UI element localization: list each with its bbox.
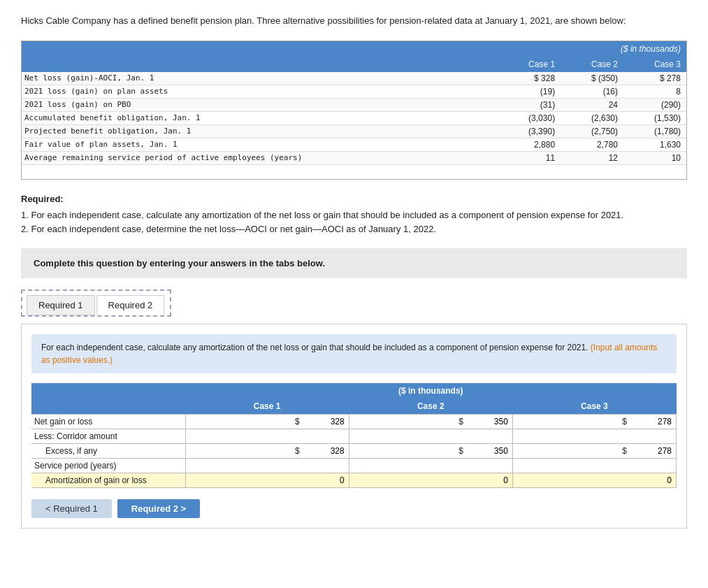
answer-row-label: Amortization of gain or loss [31, 473, 185, 488]
row-c1: (19) [498, 85, 561, 98]
required-text: 1. For each independent case, calculate … [21, 208, 687, 238]
input-c2-excess-if-any[interactable] [466, 446, 508, 456]
dollar-c2: $ [458, 446, 463, 456]
col-header-case2: Case 2 [561, 57, 623, 72]
row-c2: (16) [561, 85, 623, 98]
answer-row-c2[interactable] [349, 459, 512, 473]
next-button[interactable]: Required 2 > [117, 499, 200, 518]
answer-row-c2[interactable] [349, 473, 512, 488]
row-c1: 2,880 [498, 138, 561, 151]
input-c2-less-corridor[interactable] [466, 431, 508, 441]
answer-row-c3[interactable]: $ [512, 444, 676, 459]
table-row: Accumulated benefit obligation, Jan. 1 (… [22, 111, 686, 124]
table-row: Average remaining service period of acti… [22, 151, 686, 164]
answer-table-row: Excess, if any $ $ $ [31, 444, 677, 459]
intro-text: Hicks Cable Company has a defined benefi… [21, 14, 664, 28]
answer-table-row: Amortization of gain or loss [31, 473, 677, 488]
input-c3-service-period[interactable] [630, 461, 672, 471]
row-c3: (290) [623, 98, 686, 111]
row-c1: (31) [498, 98, 561, 111]
input-c1-amortization[interactable] [303, 475, 345, 485]
dollar-c1: $ [295, 417, 300, 426]
row-c3: (1,530) [623, 111, 686, 124]
dollar-c1: $ [295, 446, 300, 456]
input-c1-net-gain-loss[interactable] [303, 417, 345, 426]
answer-row-c3[interactable] [512, 459, 676, 473]
answer-col-case3: Case 3 [512, 399, 676, 415]
complete-box: Complete this question by entering your … [21, 248, 687, 278]
row-label: Average remaining service period of acti… [22, 151, 498, 164]
dollar-c3: $ [622, 446, 627, 456]
row-c2: (2,750) [561, 124, 623, 138]
row-label: Fair value of plan assets, Jan. 1 [22, 138, 498, 151]
required-section: Required: 1. For each independent case, … [21, 194, 687, 238]
answer-row-c1[interactable]: $ [185, 444, 349, 459]
table-row: Fair value of plan assets, Jan. 1 2,880 … [22, 138, 686, 151]
data-table-wrapper: ($ in thousands) Case 1 Case 2 Case 3 Ne… [21, 41, 687, 180]
thousands-header: ($ in thousands) [498, 41, 686, 57]
data-table: ($ in thousands) Case 1 Case 2 Case 3 Ne… [22, 41, 686, 165]
answer-thousands-header: ($ in thousands) [185, 383, 677, 399]
answer-table-row: Service period (years) [31, 459, 677, 473]
input-c2-service-period[interactable] [466, 461, 508, 471]
required-item-1: 1. For each independent case, calculate … [21, 208, 687, 223]
table-row: Projected benefit obligation, Jan. 1 (3,… [22, 124, 686, 138]
answer-row-c1[interactable]: $ [185, 415, 349, 429]
panel-description: For each independent case, calculate any… [31, 334, 677, 373]
input-c1-less-corridor[interactable] [303, 431, 345, 441]
input-c3-net-gain-loss[interactable] [630, 417, 672, 426]
answer-table: ($ in thousands) Case 1 Case 2 Case 3 Ne… [31, 383, 677, 488]
col-header-case3: Case 3 [623, 57, 686, 72]
answer-row-c3[interactable] [512, 473, 676, 488]
col-header-label [22, 41, 498, 57]
input-c1-excess-if-any[interactable] [303, 446, 345, 456]
panel: For each independent case, calculate any… [21, 324, 687, 529]
answer-row-c3[interactable] [512, 429, 676, 444]
table-row: 2021 loss (gain) on plan assets (19) (16… [22, 85, 686, 98]
input-c2-amortization[interactable] [466, 475, 508, 485]
answer-row-c2[interactable] [349, 429, 512, 444]
input-c2-net-gain-loss[interactable] [466, 417, 508, 426]
answer-col-case1: Case 1 [185, 399, 349, 415]
dollar-c2: $ [458, 417, 463, 426]
row-label: 2021 loss (gain) on plan assets [22, 85, 498, 98]
row-c1: (3,030) [498, 111, 561, 124]
row-c3: 8 [623, 85, 686, 98]
answer-col-label [31, 399, 185, 415]
row-label: Accumulated benefit obligation, Jan. 1 [22, 111, 498, 124]
row-label: 2021 loss (gain) on PBO [22, 98, 498, 111]
row-c1: (3,390) [498, 124, 561, 138]
input-c1-service-period[interactable] [303, 461, 345, 471]
row-c2: 24 [561, 98, 623, 111]
required-item-2: 2. For each independent case, determine … [21, 222, 687, 237]
answer-row-c2[interactable]: $ [349, 444, 512, 459]
row-c3: (1,780) [623, 124, 686, 138]
answer-row-label: Net gain or loss [31, 415, 185, 429]
answer-row-c1[interactable] [185, 459, 349, 473]
row-c1: $ 328 [498, 72, 561, 85]
answer-row-label: Service period (years) [31, 459, 185, 473]
row-c2: 2,780 [561, 138, 623, 151]
input-c3-less-corridor[interactable] [630, 431, 672, 441]
tab-required-1[interactable]: Required 1 [27, 295, 95, 315]
highlight-text: (Input all amounts as positive values.) [41, 343, 657, 365]
table-row: Net loss (gain)-AOCI, Jan. 1 $ 328 $ (35… [22, 72, 686, 85]
required-title: Required: [21, 194, 687, 204]
input-c3-amortization[interactable] [630, 475, 672, 485]
answer-row-c1[interactable] [185, 429, 349, 444]
tab-required-2[interactable]: Required 2 [96, 295, 165, 315]
tabs-container: Required 1 Required 2 [21, 289, 171, 317]
answer-row-c1[interactable] [185, 473, 349, 488]
row-c2: $ (350) [561, 72, 623, 85]
input-c3-excess-if-any[interactable] [630, 446, 672, 456]
nav-buttons: < Required 1 Required 2 > [31, 499, 677, 518]
answer-row-label: Less: Corridor amount [31, 429, 185, 444]
answer-row-c3[interactable]: $ [512, 415, 676, 429]
prev-button[interactable]: < Required 1 [31, 499, 112, 518]
row-c3: 1,630 [623, 138, 686, 151]
answer-row-c2[interactable]: $ [349, 415, 512, 429]
answer-row-label: Excess, if any [31, 444, 185, 459]
tab-section: Required 1 Required 2 [21, 289, 687, 317]
answer-col-header-empty [31, 383, 185, 399]
row-c3: 10 [623, 151, 686, 164]
